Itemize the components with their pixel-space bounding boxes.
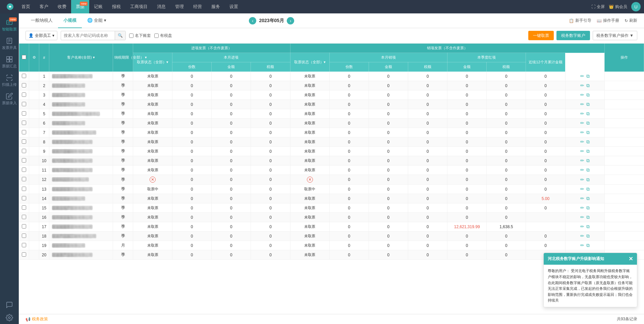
app-logo[interactable]	[3, 0, 17, 13]
th-outgoing-ticket-status[interactable]: 取票状态（全部）▾	[290, 53, 329, 72]
th-customer-name[interactable]: 客户名称(全部) ▾	[49, 44, 113, 72]
row-checkbox[interactable]	[22, 83, 26, 87]
edit-icon[interactable]: ✏	[580, 233, 584, 239]
row-checkbox[interactable]	[22, 205, 26, 210]
row-checkbox[interactable]	[22, 111, 26, 116]
row-checkbox[interactable]	[22, 139, 26, 144]
sidebar-item-smart-ticket[interactable]: new 智能取票	[0, 16, 19, 35]
row-checkbox[interactable]	[22, 252, 26, 257]
tab-all[interactable]: 🌐 全能 ▾	[82, 13, 112, 28]
cell-checkbox[interactable]	[19, 72, 29, 81]
cell-checkbox[interactable]	[19, 147, 29, 156]
edit-icon[interactable]: ✏	[580, 243, 584, 248]
th-tax-period[interactable]: 纳税期限（全部） ▾	[113, 44, 133, 72]
copy-icon[interactable]: ⧉	[586, 73, 590, 79]
nav-item-工商项目[interactable]: 工商项目	[125, 0, 152, 13]
nav-item-管理[interactable]: 管理	[170, 0, 189, 13]
tab-general-taxpayer[interactable]: 一般纳税人	[25, 13, 58, 28]
tab-small-scale[interactable]: 小规模	[58, 13, 82, 28]
copy-icon[interactable]: ⧉	[586, 83, 590, 88]
cell-checkbox[interactable]	[19, 90, 29, 100]
nav-item-报税[interactable]: 报税	[107, 0, 125, 13]
cell-checkbox[interactable]	[19, 213, 29, 222]
edit-icon[interactable]: ✏	[580, 214, 584, 220]
copy-icon[interactable]: ⧉	[586, 205, 590, 211]
edit-icon[interactable]: ✏	[580, 196, 584, 201]
copy-icon[interactable]: ⧉	[586, 111, 590, 117]
cell-checkbox[interactable]	[19, 232, 29, 241]
cell-checkbox[interactable]	[19, 185, 29, 194]
copy-icon[interactable]: ⧉	[586, 214, 590, 220]
notification-close-button[interactable]: ✕	[629, 256, 633, 262]
user-avatar[interactable]: U	[631, 2, 641, 11]
edit-icon[interactable]: ✏	[580, 102, 584, 107]
cell-checkbox[interactable]	[19, 100, 29, 109]
employee-select[interactable]: 👤 全部员工 ▾	[25, 31, 57, 40]
edit-icon[interactable]: ✏	[580, 224, 584, 230]
digital-account-operations-button[interactable]: 税务数字账户操作 ▼	[593, 31, 637, 40]
edit-icon[interactable]: ✏	[580, 148, 584, 154]
edit-icon[interactable]: ✏	[580, 167, 584, 173]
under-account-checkbox[interactable]	[129, 34, 133, 38]
copy-icon[interactable]: ⧉	[586, 224, 590, 230]
row-checkbox[interactable]	[22, 243, 26, 247]
sidebar-item-message[interactable]	[0, 299, 19, 311]
has-tax-disk-checkbox-label[interactable]: 有税盘	[154, 33, 172, 39]
refresh-button[interactable]: ↻ 刷新	[625, 18, 637, 23]
nav-item-消息[interactable]: 消息	[152, 0, 170, 13]
cell-checkbox[interactable]	[19, 222, 29, 232]
sidebar-item-settings[interactable]	[0, 311, 19, 324]
cell-checkbox[interactable]	[19, 128, 29, 137]
edit-icon[interactable]: ✏	[580, 120, 584, 126]
copy-icon[interactable]: ⧉	[586, 102, 590, 107]
row-checkbox[interactable]	[22, 130, 26, 134]
edit-icon[interactable]: ✏	[580, 205, 584, 211]
row-checkbox[interactable]	[22, 177, 26, 181]
under-account-checkbox-label[interactable]: 名下账套	[129, 33, 151, 39]
cell-checkbox[interactable]	[19, 194, 29, 203]
row-checkbox[interactable]	[22, 196, 26, 200]
edit-icon[interactable]: ✏	[580, 177, 584, 183]
search-button[interactable]: 🔍	[115, 31, 125, 40]
copy-icon[interactable]: ⧉	[586, 139, 590, 145]
new-guide-button[interactable]: 📋 新手引导	[569, 18, 591, 23]
copy-icon[interactable]: ⧉	[586, 243, 590, 248]
edit-icon[interactable]: ✏	[580, 111, 584, 117]
tax-policy-link[interactable]: 📢 税务政策	[25, 316, 48, 322]
nav-item-收费[interactable]: 收费	[53, 0, 71, 13]
nav-item-记账[interactable]: 记账	[89, 0, 107, 13]
copy-icon[interactable]: ⧉	[586, 167, 590, 173]
copy-icon[interactable]: ⧉	[586, 148, 590, 154]
row-checkbox[interactable]	[22, 224, 26, 229]
edit-icon[interactable]: ✏	[580, 139, 584, 145]
digital-account-button[interactable]: 税务数字账户	[556, 31, 590, 40]
customer-search-input[interactable]	[61, 33, 115, 38]
cell-checkbox[interactable]	[19, 109, 29, 119]
nav-item-客户[interactable]: 客户	[35, 0, 53, 13]
one-click-ticket-button[interactable]: 一键取票	[528, 31, 554, 40]
copy-icon[interactable]: ⧉	[586, 196, 590, 201]
sidebar-item-summary[interactable]: 票据汇总	[0, 53, 19, 71]
cell-checkbox[interactable]	[19, 241, 29, 250]
row-checkbox[interactable]	[22, 158, 26, 163]
nav-item-服务[interactable]: 服务	[207, 0, 225, 13]
cell-checkbox[interactable]	[19, 119, 29, 128]
row-checkbox[interactable]	[22, 74, 26, 78]
edit-icon[interactable]: ✏	[580, 83, 584, 88]
copy-icon[interactable]: ⧉	[586, 177, 590, 183]
nav-item-首页[interactable]: 首页	[17, 0, 35, 13]
copy-icon[interactable]: ⧉	[586, 130, 590, 135]
nav-item-设置[interactable]: 设置	[225, 0, 243, 13]
sidebar-item-invoice[interactable]: 发票开具	[0, 35, 19, 53]
copy-icon[interactable]: ⧉	[586, 186, 590, 192]
select-all-checkbox[interactable]	[22, 55, 26, 59]
edit-icon[interactable]: ✏	[580, 73, 584, 79]
row-checkbox[interactable]	[22, 102, 26, 106]
nav-item-票据[interactable]: 票据new	[71, 0, 89, 13]
cell-checkbox[interactable]	[19, 156, 29, 166]
has-tax-disk-checkbox[interactable]	[154, 34, 159, 38]
copy-icon[interactable]: ⧉	[586, 92, 590, 98]
cell-checkbox[interactable]	[19, 137, 29, 147]
sidebar-item-scan[interactable]: 扫描上传	[0, 71, 19, 90]
next-month-button[interactable]: ›	[287, 17, 294, 24]
